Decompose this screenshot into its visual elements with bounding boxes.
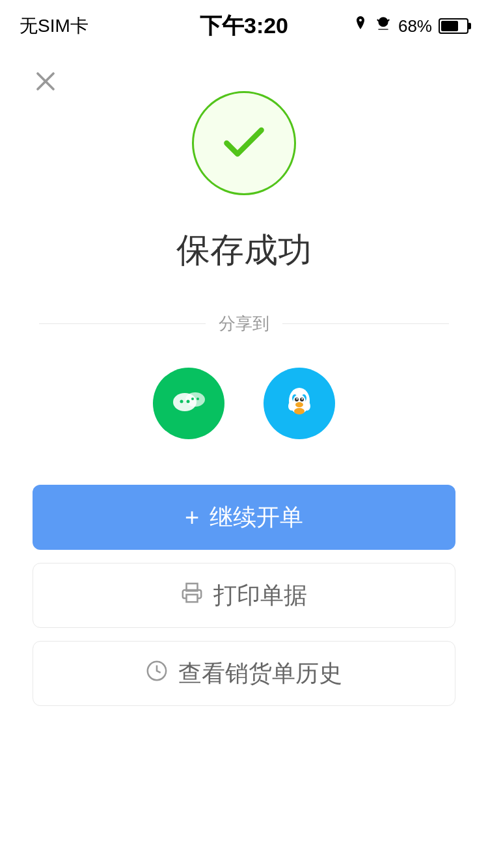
print-label: 打印单据 [213,580,307,612]
action-buttons: + 继续开单 打印单据 查看销货单历史 [0,485,488,706]
svg-point-8 [197,398,199,400]
history-label: 查看销货单历史 [178,658,342,690]
share-divider: 分享到 [0,312,488,335]
battery-icon [439,18,468,34]
share-icons-container [153,368,335,439]
svg-rect-22 [187,595,198,602]
share-wechat-button[interactable] [153,368,224,439]
svg-point-15 [296,398,297,399]
share-qq-button[interactable] [264,368,335,439]
continue-label: 继续开单 [210,502,303,534]
main-content: 保存成功 分享到 [0,52,488,706]
svg-point-16 [301,398,303,399]
svg-point-6 [186,400,189,403]
plus-icon: + [185,504,199,532]
svg-point-7 [191,398,194,400]
share-label: 分享到 [206,312,282,335]
success-icon-circle [192,91,296,195]
history-button[interactable]: 查看销货单历史 [33,641,455,706]
clock-icon [146,660,168,687]
svg-point-5 [180,400,183,403]
battery-text: 68% [398,16,432,36]
status-bar: 无SIM卡 下午3:20 68% [0,0,488,52]
svg-point-17 [295,402,303,407]
svg-point-19 [304,401,310,411]
status-time: 下午3:20 [200,11,288,41]
carrier-text: 无SIM卡 [20,14,88,38]
print-button[interactable]: 打印单据 [33,563,455,628]
close-button[interactable] [26,62,65,101]
svg-point-20 [294,408,305,414]
status-right: 68% [353,15,468,38]
svg-point-4 [185,392,205,407]
status-left: 无SIM卡 [20,14,96,38]
location-icon [353,15,368,38]
print-icon [181,582,203,609]
divider-line-right [282,323,449,324]
svg-point-18 [288,401,295,411]
success-title: 保存成功 [176,228,312,273]
divider-line-left [39,323,206,324]
continue-button[interactable]: + 继续开单 [33,485,455,550]
alarm-icon [375,16,392,37]
